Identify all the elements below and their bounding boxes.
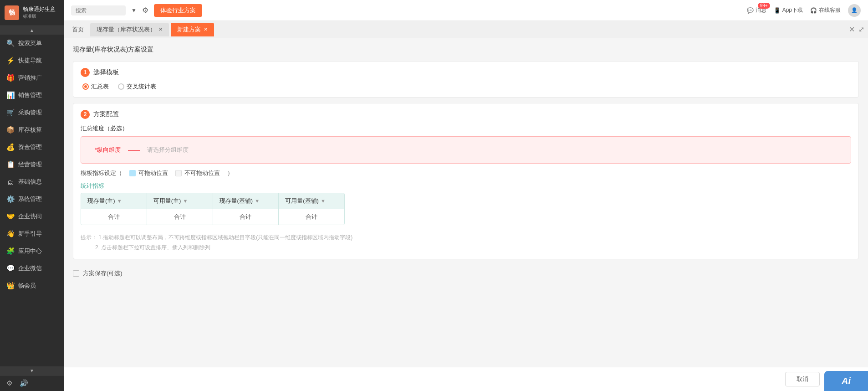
online-service-label: 在线客服 [819, 6, 841, 14]
finance-icon: 💰 [6, 143, 15, 151]
sidebar-item-search[interactable]: 🔍 搜索菜单 [0, 35, 64, 52]
headset-icon: 🎧 [810, 7, 817, 14]
radio-dot-cross [118, 83, 124, 90]
step2-badge: 2 [81, 110, 90, 119]
industry-solution-button[interactable]: 体验行业方案 [154, 4, 202, 17]
radio-summary-table[interactable]: 汇总表 [82, 82, 109, 91]
stats-header-cell-3[interactable]: 可用量(基辅) ▼ [279, 193, 344, 209]
search-icon: 🔍 [6, 39, 15, 47]
sidebar: 畅 畅康通好生意 标准版 ▲ 🔍 搜索菜单 ⚡ 快捷导航 🎁 营销推广 📊 销售… [0, 0, 64, 391]
dropdown-icon[interactable]: ▼ [131, 7, 137, 14]
app-name: 畅康通好生意 [23, 6, 56, 13]
sidebar-item-marketing[interactable]: 🎁 营销推广 [0, 69, 64, 87]
sidebar-item-label: 采购管理 [18, 108, 42, 117]
stats-body-cell-2: 合计 [213, 209, 279, 225]
stats-header-cell-2[interactable]: 现存量(基辅) ▼ [213, 193, 279, 209]
page-title: 现存量(库存状况表)方案设置 [73, 46, 859, 54]
collab-icon: 🤝 [6, 212, 15, 221]
sidebar-item-collab[interactable]: 🤝 企业协同 [0, 208, 64, 225]
system-icon: ⚙️ [6, 195, 15, 203]
radio-cross-table[interactable]: 交叉统计表 [118, 82, 156, 91]
close-panel-icon[interactable]: ✕ [849, 25, 855, 34]
settings-icon[interactable]: ⚙ [6, 379, 12, 387]
messages-button[interactable]: 💬 消息 99+ [747, 6, 766, 14]
radio-dot-summary [82, 83, 89, 90]
inventory-tab-label: 现存量（库存状况表） [97, 26, 156, 34]
sidebar-item-label: 快捷导航 [18, 57, 42, 65]
hint-item-1: 2. 点击标题栏下拉可设置排序、插入列和删除列 [81, 244, 210, 251]
stats-section-title: 统计指标 [81, 182, 851, 190]
sidebar-item-inventory[interactable]: 📦 库存核算 [0, 121, 64, 139]
chevron-down-icon-2[interactable]: ▼ [255, 198, 260, 204]
online-service-button[interactable]: 🎧 在线客服 [810, 6, 841, 14]
radio-cross-label: 交叉统计表 [127, 82, 156, 91]
radio-summary-label: 汇总表 [91, 82, 109, 91]
step1-header: 1 选择模板 [81, 68, 851, 77]
ai-badge[interactable]: Ai [824, 371, 868, 391]
save-label: 方案保存(可选) [83, 269, 123, 278]
sidebar-item-quicknav[interactable]: ⚡ 快捷导航 [0, 52, 64, 69]
inventory-tab-close-icon[interactable]: ✕ [158, 26, 163, 32]
legend-draggable: 可拖动位置 [129, 169, 168, 177]
stats-col-label-2: 现存量(基辅) [220, 197, 253, 205]
stats-header-cell-1[interactable]: 可用量(主) ▼ [147, 193, 213, 209]
stats-table: 现存量(主) ▼ 可用量(主) ▼ 现存量(基辅) ▼ 可用量(基辅) ▼ [81, 193, 345, 225]
step1-badge: 1 [81, 68, 90, 77]
sidebar-scroll-up[interactable]: ▲ [0, 26, 64, 35]
hint-item-0: 1.拖动标题栏可以调整布局，不可跨维度或指标区域拖动栏目字段(只能在同一维度或指… [98, 234, 352, 241]
message-icon: 💬 [747, 7, 754, 14]
app-version: 标准版 [23, 13, 56, 20]
member-icon: 👑 [6, 282, 15, 290]
chevron-down-icon-0[interactable]: ▼ [117, 198, 122, 204]
sidebar-item-label: 库存核算 [18, 126, 42, 134]
sidebar-item-management[interactable]: 📋 经营管理 [0, 156, 64, 173]
new-scheme-tab-close-icon[interactable]: ✕ [204, 26, 208, 32]
sidebar-item-newbie[interactable]: 👋 新手引导 [0, 225, 64, 242]
sidebar-item-basic-info[interactable]: 🗂 基础信息 [0, 173, 64, 190]
tab-home[interactable]: 首页 [67, 23, 88, 36]
sidebar-nav: 🔍 搜索菜单 ⚡ 快捷导航 🎁 营销推广 📊 销售管理 🛒 采购管理 📦 库存核… [0, 35, 64, 366]
tab-inventory[interactable]: 现存量（库存状况表） ✕ [90, 23, 169, 36]
stats-col-label-0: 现存量(主) [87, 197, 115, 205]
sidebar-item-label: 畅会员 [18, 282, 36, 290]
sidebar-item-finance[interactable]: 💰 资金管理 [0, 139, 64, 156]
stats-header-row: 现存量(主) ▼ 可用量(主) ▼ 现存量(基辅) ▼ 可用量(基辅) ▼ [81, 193, 344, 209]
cancel-button[interactable]: 取消 [785, 372, 820, 386]
quicknav-icon: ⚡ [6, 57, 15, 65]
tab-new-scheme[interactable]: 新建方案 ✕ [171, 23, 214, 36]
tabbar-right: ✕ ⤢ [849, 25, 864, 34]
gear-icon[interactable]: ⚙ [142, 6, 148, 15]
sidebar-item-appstore[interactable]: 🧩 应用中心 [0, 242, 64, 260]
app-download-button[interactable]: 📱 App下载 [774, 6, 803, 14]
stats-header-cell-0[interactable]: 现存量(主) ▼ [81, 193, 147, 209]
dimension-row[interactable]: *纵向维度 —— 请选择分组维度 [81, 136, 851, 164]
sidebar-item-label: 企业微信 [18, 264, 42, 273]
search-input[interactable] [71, 5, 126, 15]
speaker-icon[interactable]: 🔊 [20, 379, 28, 387]
chevron-down-icon-3[interactable]: ▼ [321, 198, 326, 204]
topbar-left: ▼ ⚙ 体验行业方案 [71, 4, 202, 17]
sidebar-item-label: 销售管理 [18, 91, 42, 99]
expand-icon[interactable]: ⤢ [858, 25, 864, 34]
wechat-icon: 💬 [6, 264, 15, 273]
newbie-icon: 👋 [6, 230, 15, 238]
app-download-label: App下载 [782, 6, 803, 14]
sidebar-scroll-down[interactable]: ▼ [0, 366, 64, 375]
messages-badge: 99+ [758, 3, 770, 9]
save-checkbox[interactable] [73, 270, 79, 277]
sidebar-item-system[interactable]: ⚙️ 系统管理 [0, 190, 64, 208]
sidebar-item-sales[interactable]: 📊 销售管理 [0, 87, 64, 104]
step2-section: 2 方案配置 汇总维度（必选） *纵向维度 —— 请选择分组维度 模板指标设定（… [73, 103, 859, 259]
chevron-down-icon-1[interactable]: ▼ [183, 198, 188, 204]
step1-title: 选择模板 [93, 68, 119, 77]
main-area: ▼ ⚙ 体验行业方案 💬 消息 99+ 📱 App下载 🎧 在线客服 👤 首页 [64, 0, 868, 391]
purchase-icon: 🛒 [6, 108, 15, 117]
avatar[interactable]: 👤 [848, 4, 861, 17]
sidebar-item-wechat[interactable]: 💬 企业微信 [0, 260, 64, 277]
step2-title: 方案配置 [93, 110, 119, 118]
stats-body-cell-1: 合计 [147, 209, 213, 225]
metrics-header: 模板指标设定（ 可拖动位置 不可拖动位置 ） [81, 169, 851, 177]
metrics-label: 模板指标设定（ [81, 169, 122, 177]
sidebar-item-member[interactable]: 👑 畅会员 [0, 277, 64, 294]
sidebar-item-purchase[interactable]: 🛒 采购管理 [0, 104, 64, 121]
